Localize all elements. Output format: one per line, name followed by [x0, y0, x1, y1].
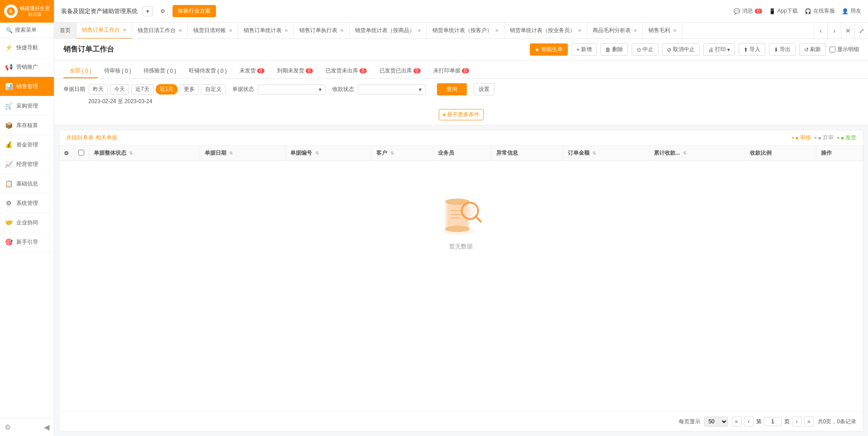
cancel-stop-btn[interactable]: ⊘ 取消中止 — [662, 43, 700, 56]
sidebar-item-system[interactable]: ⚙ 系统管理 — [0, 194, 54, 213]
tab-cash-daily[interactable]: 钱货日清工作台 ✕ — [132, 23, 188, 39]
filter-tab-all[interactable]: 全部(0) — [63, 64, 98, 78]
sidebar-item-operations[interactable]: 📈 经营管理 — [0, 155, 54, 174]
sidebar-item-quick-nav[interactable]: ⚡ 快捷导航 — [0, 38, 54, 57]
void-action-btn[interactable]: ● 弃审 — [815, 134, 834, 142]
audit-action-btn[interactable]: ● 审核 — [792, 134, 811, 142]
sidebar-settings-icon[interactable]: ⚙ — [5, 423, 11, 431]
last-page-btn[interactable]: » — [804, 417, 814, 427]
tab-sales-workbench[interactable]: 销售订单工作台 ✕ — [77, 23, 132, 39]
th-customer[interactable]: 客户 ⇅ — [372, 146, 433, 161]
settings-btn[interactable]: ⚙ — [158, 6, 168, 16]
tab-scroll-left-btn[interactable]: ‹ — [814, 23, 827, 39]
online-service-btn[interactable]: 🎧 在线客服 — [805, 7, 835, 15]
tab-close-sales-stats[interactable]: ✕ — [284, 28, 288, 33]
th-settings[interactable]: ⚙ — [59, 146, 74, 161]
tab-close-sales-exec[interactable]: ✕ — [340, 28, 344, 33]
next-page-btn[interactable]: › — [792, 417, 802, 427]
select-all-checkbox[interactable] — [78, 150, 84, 156]
delete-btn[interactable]: 🗑 删除 — [600, 43, 628, 56]
new-btn[interactable]: + 新增 — [571, 43, 597, 56]
tab-close-sales-summary-customer[interactable]: ✕ — [495, 28, 499, 33]
tab-close-sales-summary-staff[interactable]: ✕ — [578, 28, 581, 33]
system-dropdown-btn[interactable]: ▾ — [142, 6, 153, 16]
tab-close-all-btn[interactable]: ✕ — [841, 23, 854, 39]
tab-close-cash-reconcile[interactable]: ✕ — [229, 28, 232, 33]
th-ratio[interactable]: 收款比例 — [745, 146, 816, 161]
date-btn-yesterday[interactable]: 昨天 — [89, 84, 108, 95]
date-btn-today[interactable]: 今天 — [110, 84, 129, 95]
filter-tab-pending-check[interactable]: 待拣验货(0) — [137, 64, 182, 78]
sidebar-item-marketing[interactable]: 📢 营销推广 — [0, 57, 54, 77]
expand-btn[interactable]: ▾ 展开更多条件 — [439, 109, 484, 120]
filter-tab-not-delivered[interactable]: 未发货 0 — [233, 64, 271, 78]
refresh-btn[interactable]: ↺ 刷新 — [799, 43, 826, 56]
column-settings-icon[interactable]: ⚙ — [64, 150, 69, 156]
show-detail-checkbox[interactable] — [830, 47, 835, 52]
filter-tab-wangpu-deliver[interactable]: 旺铺待发货(0) — [182, 64, 233, 78]
sidebar-item-guide[interactable]: 🎯 新手引导 — [0, 232, 54, 252]
table-scroll-container[interactable]: ⚙ 单据整体状态 ⇅ 单据日期 — [59, 146, 863, 412]
filter-tab-expired-not-delivered[interactable]: 到期未发货 0 — [271, 64, 319, 78]
tab-close-sales-workbench[interactable]: ✕ — [123, 28, 126, 33]
tab-gross-profit[interactable]: 商品毛利分析表 ✕ — [587, 23, 643, 39]
page-size-select[interactable]: 50 100 200 — [704, 417, 728, 427]
th-number[interactable]: 单据编号 ⇅ — [286, 146, 372, 161]
tab-sales-summary-staff[interactable]: 销货单统计表（按业务员） ✕ — [504, 23, 587, 39]
date-btn-custom[interactable]: 自定义 — [201, 84, 225, 95]
filter-tab-pending-review[interactable]: 待审核(0) — [98, 64, 138, 78]
tab-close-sales-summary-goods[interactable]: ✕ — [417, 28, 421, 33]
th-amount[interactable]: 订单金额 ⇅ — [563, 146, 649, 161]
tab-maximize-btn[interactable]: ⤢ — [854, 23, 868, 39]
export-btn[interactable]: ⬇ 导出 — [769, 43, 796, 56]
date-btn-more[interactable]: 更多 — [180, 84, 199, 95]
filter-tab-delivered-not-out[interactable]: 已发货未出库 0 — [319, 64, 373, 78]
stop-btn[interactable]: ⊙ 中止 — [632, 43, 658, 56]
th-received[interactable]: 累计收款... ⇅ — [649, 146, 745, 161]
page-input[interactable] — [764, 417, 782, 426]
setting-form-btn[interactable]: 设置 — [474, 83, 494, 95]
th-checkbox[interactable] — [74, 146, 89, 161]
experience-btn[interactable]: 体验行业方案 — [173, 5, 216, 17]
tab-cash-reconcile[interactable]: 钱货日清对账 ✕ — [188, 23, 238, 39]
tab-sales-summary-customer[interactable]: 销货单统计表（按客户） ✕ — [427, 23, 504, 39]
date-btn-7days[interactable]: 近7天 — [131, 84, 153, 95]
sidebar-item-inventory[interactable]: 📦 库存核算 — [0, 116, 54, 135]
deliver-action-btn[interactable]: ● 发货 — [837, 134, 856, 142]
th-date[interactable]: 单据日期 ⇅ — [200, 146, 286, 161]
sidebar-item-finance[interactable]: 💰 资金管理 — [0, 135, 54, 155]
sidebar-bottom: ⚙ ◀ — [0, 418, 54, 436]
print-btn[interactable]: 🖨 打印 ▾ — [703, 43, 735, 56]
message-btn[interactable]: 💬 消息 6 — [734, 7, 762, 15]
tab-sales-stats[interactable]: 销售订单统计表 ✕ — [238, 23, 294, 39]
tab-close-gross-profit[interactable]: ✕ — [633, 28, 637, 33]
filter-tab-delivered-out[interactable]: 已发货已出库 0 — [373, 64, 427, 78]
sidebar-item-enterprise[interactable]: 🤝 企业协同 — [0, 213, 54, 232]
tab-close-sales-gross[interactable]: ✕ — [673, 28, 676, 33]
tab-home[interactable]: 首页 — [54, 23, 77, 39]
sidebar-item-basic-info[interactable]: 📋 基础信息 — [0, 174, 54, 194]
th-staff[interactable]: 业务员 — [433, 146, 492, 161]
sidebar-collapse-icon[interactable]: ◀ — [44, 423, 49, 431]
app-download-btn[interactable]: 📱 App下载 — [769, 7, 798, 15]
sidebar-search-btn[interactable]: 🔍 搜索菜单 — [0, 23, 54, 38]
filter-tab-not-printed[interactable]: 未打印单据 0 — [427, 64, 475, 78]
first-page-btn[interactable]: « — [732, 417, 742, 427]
sidebar-item-purchase[interactable]: 🛒 采购管理 — [0, 96, 54, 116]
import-btn[interactable]: ⬆ 导入 — [739, 43, 765, 56]
show-detail-label[interactable]: 显示明细 — [830, 46, 859, 53]
tab-scroll-right-btn[interactable]: › — [827, 23, 841, 39]
user-btn[interactable]: 👤 用友 — [842, 7, 861, 15]
th-abnormal[interactable]: 异常信息 — [492, 146, 563, 161]
date-btn-1month[interactable]: 近1月 — [156, 84, 178, 95]
payment-select[interactable]: ▾ — [358, 85, 426, 95]
tab-close-cash-daily[interactable]: ✕ — [178, 28, 182, 33]
status-select[interactable]: ▾ — [258, 85, 326, 95]
smart-create-btn[interactable]: ★ 智能生单 — [530, 43, 568, 56]
tab-sales-exec[interactable]: 销售订单执行表 ✕ — [294, 23, 350, 39]
query-btn[interactable]: 查询 — [437, 83, 467, 95]
tab-sales-gross[interactable]: 销售毛利 ✕ — [643, 23, 682, 39]
prev-page-btn[interactable]: ‹ — [744, 417, 754, 427]
sidebar-item-sales[interactable]: 📊 销售管理 — [0, 77, 54, 96]
tab-sales-summary-goods[interactable]: 销货单统计表（按商品） ✕ — [350, 23, 427, 39]
